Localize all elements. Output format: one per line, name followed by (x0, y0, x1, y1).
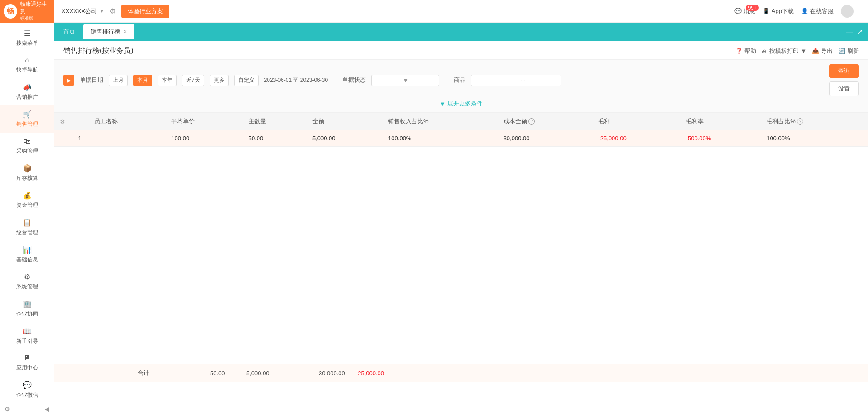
company-selector[interactable]: XXXXXX公司 ▼ (62, 7, 104, 15)
message-badge: 99+ (746, 5, 759, 11)
query-button[interactable]: 查询 (829, 64, 859, 78)
col-sales-ratio: 销售收入占比% (383, 113, 498, 130)
setting-button[interactable]: 设置 (829, 81, 859, 96)
app-download-button[interactable]: 📱 App下载 (762, 7, 794, 15)
sidebar-item-enterprise[interactable]: 🏢 企业协同 (0, 295, 54, 322)
tabbar-expand-icon[interactable]: ⤢ (857, 28, 863, 36)
row-settings (54, 130, 71, 147)
sidebar-item-operations[interactable]: 📋 经营管理 (0, 214, 54, 241)
col-gross-rate: 毛利率 (681, 113, 762, 130)
service-icon: 👤 (801, 8, 808, 14)
export-icon: 📤 (812, 48, 819, 54)
table-header-row: ⚙ 员工名称 平均单价 主数量 全额 销售收入占比% 成本全额 ? 毛利 毛利率 (54, 113, 868, 130)
date-last7-btn[interactable]: 近7天 (182, 75, 204, 86)
filter-toggle-icon[interactable]: ▶ (63, 75, 74, 86)
tabbar-actions: — ⤢ (846, 28, 866, 36)
sidebar-item-wechat[interactable]: 💬 企业微信 (0, 376, 54, 401)
row-gross-rate: -500.00% (681, 130, 762, 147)
goods-more-icon: ··· (520, 77, 525, 84)
system-icon: ⚙ (24, 273, 30, 281)
sidebar-item-inventory[interactable]: 📦 库存核算 (0, 159, 54, 187)
sidebar-item-sales[interactable]: 🛒 销售管理 (0, 105, 54, 133)
sidebar-item-basic[interactable]: 📊 基础信息 (0, 241, 54, 268)
help-button[interactable]: ❓ 帮助 (735, 47, 756, 55)
sidebar-item-marketing[interactable]: 📣 营销推广 (0, 78, 54, 105)
col-settings[interactable]: ⚙ (54, 113, 71, 130)
avatar[interactable] (841, 5, 854, 18)
tabbar-minimize-icon[interactable]: — (846, 28, 853, 36)
gross-ratio-info-icon[interactable]: ? (797, 118, 803, 125)
filter-row: ▶ 单据日期 上月 本月 本年 近7天 更多 自定义 2023-06-01 至 … (63, 64, 859, 96)
print-icon: 🖨 (762, 48, 767, 54)
enterprise-icon: 🏢 (23, 300, 32, 308)
footer-gross: -25,000.00 (350, 370, 389, 377)
sidebar-item-apps[interactable]: 🖥 应用中心 (0, 350, 54, 376)
sidebar-item-search[interactable]: ☰ 搜索菜单 (0, 24, 54, 52)
col-quantity: 主数量 (243, 113, 307, 130)
footer-total-name: 合计 (132, 369, 168, 377)
tab-home[interactable]: 首页 (56, 24, 82, 39)
page-actions: ❓ 帮助 🖨 按模板打印 ▼ 📤 导出 🔄 刷新 (735, 47, 859, 55)
cost-info-icon[interactable]: ? (528, 118, 535, 125)
logo-text: 畅康通好生意 标准版 (20, 1, 50, 21)
company-name: XXXXXX公司 (62, 7, 97, 15)
row-rank: 1 (71, 130, 89, 147)
date-current-year-btn[interactable]: 本年 (158, 75, 177, 86)
table-wrapper: ⚙ 员工名称 平均单价 主数量 全额 销售收入占比% 成本全额 ? 毛利 毛利率 (54, 113, 868, 147)
tabbar: 首页 销售排行榜 × — ⤢ (54, 23, 868, 41)
date-last-month-btn[interactable]: 上月 (109, 75, 128, 86)
app-icon: 📱 (762, 8, 770, 14)
wechat-icon: 💬 (23, 381, 32, 389)
operations-icon: 📋 (23, 218, 32, 227)
sidebar-item-newbie[interactable]: 📖 新手引导 (0, 322, 54, 350)
sidebar-settings-icon[interactable]: ⚙ (5, 406, 10, 412)
page-area: 销售排行榜(按业务员) ❓ 帮助 🖨 按模板打印 ▼ 📤 导出 🔄 刷新 (54, 41, 868, 417)
row-sales-ratio: 100.00% (383, 130, 498, 147)
row-avg-price: 100.00 (166, 130, 243, 147)
row-cost: 30,000.00 (498, 130, 593, 147)
table-row: 1 100.00 50.00 5,000.00 100.00% 30,000.0… (54, 130, 868, 147)
expand-more-button[interactable]: ▼ 展开更多条件 (440, 100, 483, 108)
search-menu-icon: ☰ (24, 29, 30, 38)
sidebar-item-purchase[interactable]: 🛍 采购管理 (0, 133, 54, 159)
print-chevron-icon: ▼ (801, 48, 806, 54)
sidebar-item-system[interactable]: ⚙ 系统管理 (0, 268, 54, 295)
footer-amount: 5,000.00 (241, 370, 277, 377)
inventory-icon: 📦 (23, 164, 32, 173)
company-chevron-icon: ▼ (100, 9, 104, 14)
date-current-month-btn[interactable]: 本月 (133, 75, 152, 86)
sidebar-item-finance[interactable]: 💰 资金管理 (0, 187, 54, 214)
expand-more-row: ▼ 展开更多条件 (63, 100, 859, 108)
data-table: ⚙ 员工名称 平均单价 主数量 全额 销售收入占比% 成本全额 ? 毛利 毛利率 (54, 113, 868, 147)
export-button[interactable]: 📤 导出 (812, 47, 833, 55)
date-custom-btn[interactable]: 自定义 (234, 75, 259, 86)
topbar: XXXXXX公司 ▼ ⚙ 体验行业方案 💬 消息 99+ 📱 App下载 👤 在… (54, 0, 868, 23)
tab-sales-ranking[interactable]: 销售排行榜 × (83, 24, 134, 39)
online-service-button[interactable]: 👤 在线客服 (801, 7, 834, 15)
help-icon: ❓ (735, 48, 743, 54)
goods-input[interactable]: ··· (471, 75, 561, 86)
date-more-btn[interactable]: 更多 (210, 75, 229, 86)
footer-quantity: 50.00 (205, 370, 241, 377)
gear-icon[interactable]: ⚙ (110, 7, 116, 15)
status-select[interactable]: ▼ (371, 75, 439, 86)
table-spacer (54, 147, 868, 364)
row-quantity: 50.00 (243, 130, 307, 147)
refresh-button[interactable]: 🔄 刷新 (838, 47, 859, 55)
col-gross: 毛利 (593, 113, 680, 130)
col-cost: 成本全额 ? (498, 113, 593, 130)
trial-button[interactable]: 体验行业方案 (121, 5, 169, 18)
message-button[interactable]: 💬 消息 99+ (734, 7, 755, 15)
sidebar-collapse-icon[interactable]: ◀ (45, 406, 49, 412)
refresh-icon: 🔄 (838, 48, 845, 54)
filter-bar: ▶ 单据日期 上月 本月 本年 近7天 更多 自定义 2023-06-01 至 … (54, 60, 868, 113)
print-button[interactable]: 🖨 按模板打印 ▼ (762, 47, 806, 55)
col-rank (71, 113, 89, 130)
sidebar-item-quick-nav[interactable]: ⌂ 快捷导航 (0, 52, 54, 78)
topbar-right: 💬 消息 99+ 📱 App下载 👤 在线客服 (734, 5, 861, 18)
tab-close-icon[interactable]: × (124, 29, 127, 35)
status-filter-label: 单据状态 (342, 76, 366, 84)
newbie-icon: 📖 (23, 327, 32, 336)
sidebar: 畅 畅康通好生意 标准版 ☰ 搜索菜单 ⌂ 快捷导航 📣 营销推广 🛒 销售管理… (0, 0, 54, 417)
row-gross-ratio: 100.00% (761, 130, 868, 147)
